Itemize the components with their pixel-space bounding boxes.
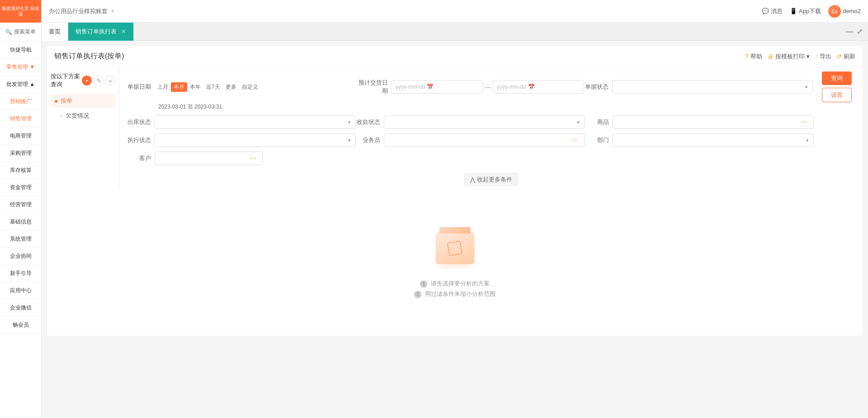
refresh-label: 刷新 bbox=[844, 52, 855, 61]
sidebar-item-newuser[interactable]: 新手引导 bbox=[0, 265, 41, 282]
goods-label: 商品 bbox=[585, 118, 613, 126]
sidebar-item-finance[interactable]: 资金管理 bbox=[0, 179, 41, 196]
export-icon: ↑ bbox=[815, 53, 818, 60]
out-status-select[interactable]: ▾ bbox=[155, 115, 356, 129]
sidebar-item-basic[interactable]: 基础信息 bbox=[0, 214, 41, 231]
tab-sales-order[interactable]: 销售订单执行表 ✕ bbox=[68, 23, 134, 41]
settings-button[interactable]: 设置 bbox=[822, 88, 852, 102]
scheme-add-button[interactable]: + bbox=[82, 76, 92, 86]
tab-home[interactable]: 首页 bbox=[42, 23, 68, 41]
filter-out-status: 出库状态 ▾ bbox=[127, 115, 356, 129]
date-tab-custom[interactable]: 自定义 bbox=[239, 82, 261, 92]
sidebar-item-sales[interactable]: 销售管理 bbox=[0, 110, 41, 128]
page-content: 销售订单执行表(按单) ? 帮助 🖨 按模板打印 ▾ ↑ 导出 bbox=[42, 41, 868, 418]
sidebar-item-operation[interactable]: 经营管理 bbox=[0, 196, 41, 214]
collapse-more-button[interactable]: ⋀ 收起更多条件 bbox=[464, 173, 518, 186]
date-tab-last-month[interactable]: 上月 bbox=[155, 82, 171, 92]
breadcrumb: 办公用品行业模拟账套 bbox=[49, 7, 108, 15]
date-tab-this-month[interactable]: 本月 bbox=[171, 82, 187, 92]
sidebar-item-retail[interactable]: 零售管理 ▼ bbox=[0, 59, 41, 76]
salesperson-label: 业务员 bbox=[356, 136, 384, 144]
header-right: 💬 消息 📱 App下载 Ea demo2 bbox=[762, 5, 861, 18]
sidebar-item-enterprise[interactable]: 企业协同 bbox=[0, 248, 41, 265]
help-icon: ? bbox=[745, 53, 748, 60]
sidebar-item-purchase[interactable]: 采购管理 bbox=[0, 145, 41, 162]
scheme-panel-actions: + ✎ « bbox=[82, 76, 115, 86]
scheme-item-按单[interactable]: ● 按单 bbox=[51, 94, 115, 108]
scheme-item-欠货情况[interactable]: ○ 欠货情况 bbox=[51, 109, 115, 122]
tip1-num: 1 bbox=[420, 280, 427, 288]
sidebar-item-label: 电商管理 bbox=[10, 133, 32, 139]
sidebar-item-label: 应用中心 bbox=[10, 287, 32, 294]
exec-status-label: 执行状态 bbox=[127, 136, 155, 144]
filter-salesperson: 业务员 ··· bbox=[356, 133, 585, 147]
sidebar-item-appcenter[interactable]: 应用中心 bbox=[0, 282, 41, 299]
sidebar-item-system[interactable]: 系统管理 bbox=[0, 231, 41, 248]
expected-date-start[interactable]: yyyy-mm-dd 📅 bbox=[392, 80, 483, 94]
scheme-edit-button[interactable]: ✎ bbox=[94, 76, 104, 86]
header-left: 办公用品行业模拟账套 ▾ bbox=[49, 7, 114, 15]
search-button[interactable]: 查询 bbox=[822, 71, 852, 85]
receipt-status-select[interactable]: ▾ bbox=[384, 115, 585, 129]
app-download-button[interactable]: 📱 App下载 bbox=[790, 7, 821, 15]
department-select[interactable]: ▾ bbox=[613, 133, 814, 147]
out-status-dropdown-icon: ▾ bbox=[348, 119, 351, 125]
calendar-icon: 📅 bbox=[427, 84, 434, 90]
doc-status-select[interactable]: ▾ bbox=[612, 80, 813, 94]
sidebar-item-label: 资金管理 bbox=[10, 184, 32, 190]
doc-status-label: 单据状态 bbox=[584, 83, 612, 91]
chevron-icon: ▼ bbox=[29, 64, 35, 70]
scheme-collapse-button[interactable]: « bbox=[105, 76, 115, 86]
date-tab-group: 上月 本月 本年 近7天 更多 自定义 bbox=[155, 82, 261, 92]
sidebar-item-label: 库存核算 bbox=[10, 167, 32, 173]
customer-input[interactable]: ··· bbox=[155, 152, 263, 165]
sidebar-item-wholesale[interactable]: 批发管理 ▲ bbox=[0, 76, 41, 93]
tip2-text: 用过滤条件来缩小分析范围 bbox=[425, 290, 495, 297]
print-icon: 🖨 bbox=[768, 53, 774, 60]
date-tab-more[interactable]: 更多 bbox=[223, 82, 239, 92]
avatar-initial: Ea bbox=[832, 9, 838, 14]
sidebar-search[interactable]: 🔍 搜索菜单 bbox=[0, 23, 41, 42]
search-menu-button[interactable]: 🔍 搜索菜单 bbox=[3, 26, 38, 38]
sidebar-item-inventory[interactable]: 库存核算 bbox=[0, 162, 41, 179]
exec-status-select[interactable]: ▾ bbox=[155, 133, 356, 147]
sidebar-item-member[interactable]: 畅会员 bbox=[0, 317, 41, 334]
message-button[interactable]: 💬 消息 bbox=[762, 7, 783, 15]
help-button[interactable]: ? 帮助 bbox=[745, 52, 762, 61]
tab-close-button[interactable]: ✕ bbox=[121, 28, 126, 35]
sidebar-item-label: 系统管理 bbox=[10, 236, 32, 242]
filter-customer: 客户 ··· bbox=[127, 152, 263, 165]
export-button[interactable]: ↑ 导出 bbox=[815, 52, 832, 61]
user-menu[interactable]: Ea demo2 bbox=[828, 5, 861, 18]
salesperson-input[interactable]: ··· bbox=[384, 133, 585, 147]
scheme-sub-label: 欠货情况 bbox=[66, 112, 89, 120]
sidebar-item-quick-nav[interactable]: 快捷导航 bbox=[0, 42, 41, 59]
scheme-item-label: 按单 bbox=[61, 97, 72, 105]
app-download-label: App下载 bbox=[799, 7, 821, 15]
sidebar-item-ecommerce[interactable]: 电商管理 bbox=[0, 128, 41, 145]
page-title-bar: 销售订单执行表(按单) ? 帮助 🖨 按模板打印 ▾ ↑ 导出 bbox=[47, 46, 863, 67]
goods-input[interactable]: ··· bbox=[613, 115, 814, 129]
empty-box-lid bbox=[439, 227, 471, 233]
filter-row-4: 客户 ··· bbox=[119, 147, 863, 170]
department-label: 部门 bbox=[585, 136, 613, 144]
sidebar-item-wechat[interactable]: 企业微信 bbox=[0, 299, 41, 317]
refresh-button[interactable]: ↺ 刷新 bbox=[837, 52, 855, 61]
scheme-panel-title: 按以下方案查询 bbox=[51, 72, 82, 89]
sidebar-item-marketing[interactable]: 营销推广 bbox=[0, 93, 41, 110]
date-tab-this-year[interactable]: 本年 bbox=[187, 82, 203, 92]
download-icon: 📱 bbox=[790, 8, 797, 14]
collapse-icon: ⋀ bbox=[470, 176, 475, 183]
empty-illustration bbox=[428, 226, 482, 271]
tab-minimize-button[interactable]: — bbox=[846, 28, 853, 36]
expected-date-end[interactable]: yyyy-mm-dd 📅 bbox=[493, 80, 585, 94]
tab-maximize-button[interactable]: ⤢ bbox=[857, 27, 863, 36]
print-label: 按模板打印 bbox=[775, 52, 805, 61]
help-label: 帮助 bbox=[750, 52, 762, 61]
date-tab-7days[interactable]: 近7天 bbox=[203, 82, 223, 92]
empty-box-body bbox=[436, 233, 474, 264]
sidebar-item-label: 经营管理 bbox=[10, 201, 32, 208]
customer-dots-icon: ··· bbox=[249, 154, 258, 162]
empty-state: 1 请先选择要分析的方案 2 用过滤条件来缩小分析范围 bbox=[47, 190, 863, 336]
print-button[interactable]: 🖨 按模板打印 ▾ bbox=[768, 52, 810, 61]
